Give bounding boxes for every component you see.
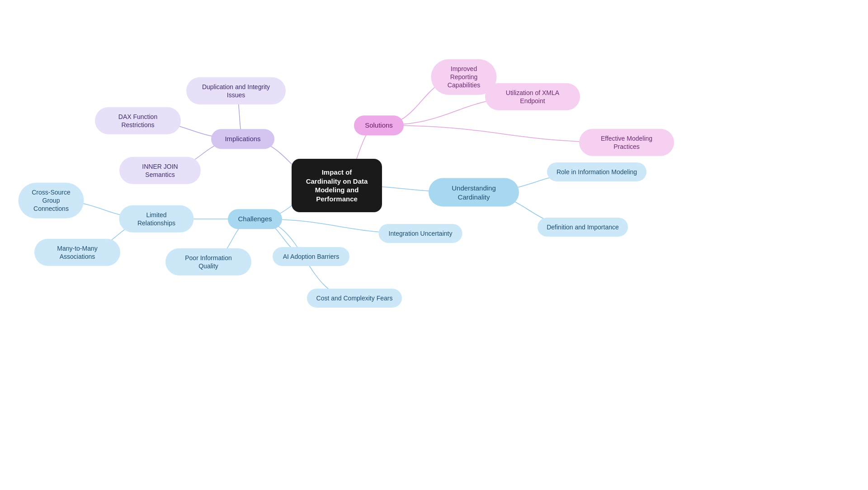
node-integration[interactable]: Integration Uncertainty bbox=[379, 224, 462, 243]
node-definition[interactable]: Definition and Importance bbox=[538, 218, 628, 237]
node-poor-quality[interactable]: Poor Information Quality bbox=[165, 248, 251, 276]
node-understanding[interactable]: Understanding Cardinality bbox=[429, 178, 519, 207]
mindmap-canvas: Impact of Cardinality on Data Modeling a… bbox=[0, 0, 868, 490]
node-limited-rel[interactable]: Limited Relationships bbox=[119, 205, 194, 233]
node-inner-join[interactable]: INNER JOIN Semantics bbox=[119, 157, 201, 184]
node-ai-adoption[interactable]: AI Adoption Barriers bbox=[273, 247, 349, 266]
node-cost-complexity[interactable]: Cost and Complexity Fears bbox=[307, 289, 402, 308]
node-xmla[interactable]: Utilization of XMLA Endpoint bbox=[485, 83, 580, 110]
node-effective-modeling[interactable]: Effective Modeling Practices bbox=[579, 129, 674, 156]
node-many-to-many[interactable]: Many-to-Many Associations bbox=[34, 239, 120, 266]
node-challenges[interactable]: Challenges bbox=[228, 209, 282, 229]
node-dax[interactable]: DAX Function Restrictions bbox=[95, 107, 181, 134]
node-role-info[interactable]: Role in Information Modeling bbox=[547, 162, 646, 181]
center-node[interactable]: Impact of Cardinality on Data Modeling a… bbox=[292, 159, 382, 212]
node-implications[interactable]: Implications bbox=[211, 129, 274, 149]
node-duplication[interactable]: Duplication and Integrity Issues bbox=[186, 77, 286, 105]
node-cross-source[interactable]: Cross-Source Group Connections bbox=[19, 183, 84, 219]
node-solutions[interactable]: Solutions bbox=[354, 115, 404, 135]
